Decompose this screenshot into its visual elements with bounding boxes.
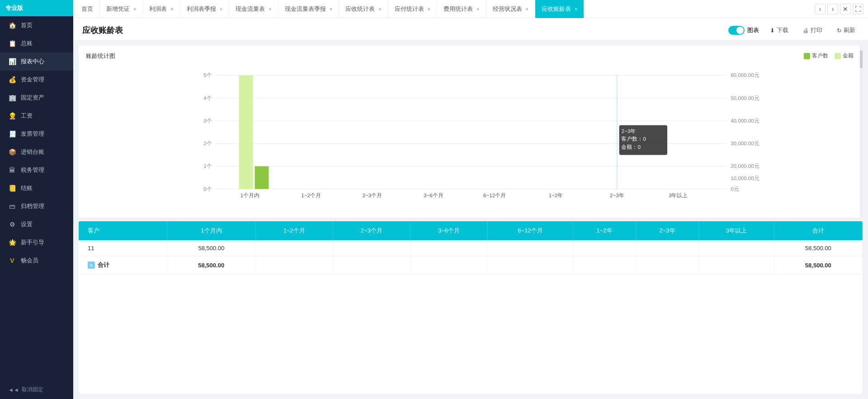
tab-profit-quarterly-close[interactable]: × [220,6,222,12]
tab-expense-stats[interactable]: 费用统计表 × [437,0,486,18]
svg-text:10,000.00元: 10,000.00元 [731,175,760,181]
tab-new-voucher-close[interactable]: × [133,6,136,12]
cell-m612 [488,240,573,256]
tab-controls: ‹ › ✕ ⛶ [815,4,866,14]
total-total: 58,500.00 [774,256,862,274]
tab-business-status[interactable]: 经营状况表 × [486,0,535,18]
col-header-m12: 1~2个月 [255,221,333,240]
download-button[interactable]: ⬇ 下载 [766,24,792,36]
sidebar-unpin-button[interactable]: ◄◄ 取消固定 [0,380,73,399]
tab-receivable-stats[interactable]: 应收统计表 × [339,0,388,18]
chart-toggle-label: 图表 [747,26,759,34]
tab-profit-close[interactable]: × [170,6,173,12]
svg-text:3~6个月: 3~6个月 [424,192,443,198]
chart-toggle[interactable] [728,26,745,35]
total-y23 [636,256,699,274]
download-icon: ⬇ [770,27,775,34]
svg-text:客户数：0: 客户数：0 [622,136,646,142]
tab-maximize-button[interactable]: ⛶ [853,4,863,14]
col-header-y23: 2~3年 [636,221,699,240]
tab-payable-stats-close[interactable]: × [428,6,430,12]
tab-payable-stats[interactable]: 应付统计表 × [388,0,437,18]
col-header-m36: 3~6个月 [410,221,487,240]
table-header-row: 客户 1个月内 1~2个月 2~3个月 3~6个月 6~12个月 1~2年 2~… [79,221,863,240]
cell-customer: 11 [79,240,167,256]
chart-section: 账龄统计图 客户数 金额 5个 4个 3个 2个 1个 0个 [79,46,863,218]
tab-cashflow-quarterly-close[interactable]: × [330,6,332,12]
tab-close-all-button[interactable]: ✕ [840,4,851,14]
legend-customer-label: 客户数 [812,52,828,60]
tab-next-button[interactable]: › [827,4,838,14]
tab-business-status-close[interactable]: × [526,6,528,12]
report-icon: 📊 [8,58,16,65]
sidebar-label-fixed-assets: 固定资产 [21,94,44,102]
cell-m12 [255,240,333,256]
fund-icon: 💰 [8,76,16,83]
tab-profit[interactable]: 利润表 × [143,0,180,18]
sidebar-item-ledger[interactable]: 📋 总账 [0,34,73,52]
sidebar-item-home[interactable]: 🏠 首页 [0,16,73,34]
chart-scrollbar[interactable] [860,46,863,218]
sidebar-label-fund-mgmt: 资金管理 [21,76,44,84]
col-header-m612: 6~12个月 [488,221,573,240]
assets-icon: 🏢 [8,94,16,101]
tab-new-voucher-label: 新增凭证 [106,5,130,13]
sidebar-item-purchase-sales[interactable]: 📦 进销台账 [0,143,73,161]
closing-icon: 📒 [8,185,16,192]
sidebar-item-tax-mgmt[interactable]: 🏛 税务管理 [0,161,73,179]
sidebar-item-fund-mgmt[interactable]: 💰 资金管理 [0,71,73,89]
total-m23 [333,256,410,274]
cell-y3plus [698,240,774,256]
sidebar-label-report-center: 报表中心 [21,57,44,66]
print-label: 打印 [811,26,822,34]
home-icon: 🏠 [8,22,16,29]
sidebar-item-closing[interactable]: 📒 结账 [0,179,73,197]
tab-cashflow-quarterly[interactable]: 现金流量表季报 × [278,0,339,18]
tab-expense-stats-close[interactable]: × [476,6,479,12]
chart-svg: 5个 4个 3个 2个 1个 0个 60,000.00元 50,000.00元 … [86,68,855,200]
sidebar-item-member[interactable]: V 畅会员 [0,252,73,270]
sidebar-label-archive-mgmt: 归档管理 [21,202,44,210]
sidebar-item-archive-mgmt[interactable]: 🗃 归档管理 [0,197,73,215]
chart-title: 账龄统计图 [86,52,855,60]
settings-icon: ⚙ [8,221,16,228]
sidebar-item-settings[interactable]: ⚙ 设置 [0,215,73,233]
tab-cashflow-close[interactable]: × [269,6,271,12]
tab-home[interactable]: 首页 [75,0,100,18]
print-button[interactable]: 🖨 打印 [799,24,826,36]
cell-y23 [636,240,699,256]
sidebar-item-invoice-mgmt[interactable]: 🧾 发票管理 [0,125,73,143]
tab-cashflow[interactable]: 现金流量表 × [229,0,278,18]
legend-amount: 金额 [835,52,854,60]
svg-text:30,000.00元: 30,000.00元 [731,140,760,146]
col-header-y12: 1~2年 [573,221,636,240]
svg-text:1~2年: 1~2年 [549,192,563,198]
page-header: 应收账龄表 图表 ⬇ 下载 🖨 打印 ↻ 刷新 [73,18,868,40]
svg-text:1个: 1个 [203,163,212,169]
tab-prev-button[interactable]: ‹ [815,4,826,14]
cell-m36 [410,240,487,256]
sidebar-item-report-center[interactable]: 📊 报表中心 [0,52,73,71]
tab-receivable-stats-close[interactable]: × [378,6,381,12]
col-header-total: 合计 [774,221,862,240]
tab-ar-aging-close[interactable]: × [575,6,577,12]
ledger-icon: 📋 [8,40,16,47]
tab-new-voucher[interactable]: 新增凭证 × [100,0,143,18]
tab-profit-quarterly[interactable]: 利润表季报 × [180,0,229,18]
total-m612 [488,256,573,274]
tab-profit-label: 利润表 [149,5,167,13]
tab-business-status-label: 经营状况表 [493,5,522,13]
cell-total: 58,500.00 [774,240,862,256]
sidebar-label-guide: 新手引导 [21,238,44,247]
tab-ar-aging[interactable]: 应收账龄表 × [535,0,584,18]
sidebar-item-fixed-assets[interactable]: 🏢 固定资产 [0,89,73,107]
tab-receivable-stats-label: 应收统计表 [345,5,375,13]
legend-customer: 客户数 [804,52,828,60]
chart-legend: 客户数 金额 [804,52,854,60]
svg-text:3年以上: 3年以上 [669,192,688,198]
tab-cashflow-label: 现金流量表 [236,5,265,13]
sidebar-item-salary[interactable]: 👷 工资 [0,107,73,125]
sidebar-item-guide[interactable]: 🌟 新手引导 [0,233,73,252]
total-y3plus [698,256,774,274]
refresh-button[interactable]: ↻ 刷新 [833,24,859,36]
